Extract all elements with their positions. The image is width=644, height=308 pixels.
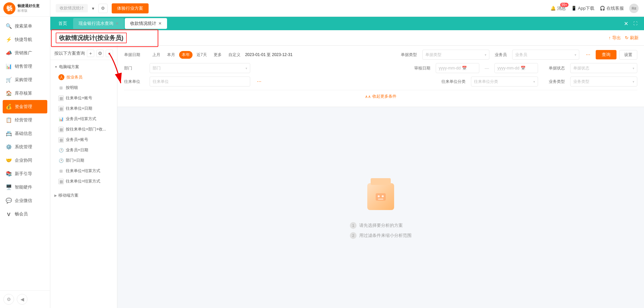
right-panel: 单据日期 上月 本月 本年 近7天 更多 自定义 2023-01-01 至 20… (117, 46, 644, 308)
biz-type-dropdown[interactable]: 业务类型 ▾ (570, 76, 637, 87)
app-download-btn[interactable]: 📱 App下载 (571, 5, 594, 11)
empty-box (367, 183, 394, 210)
trial-btn[interactable]: 体验行业方案 (112, 3, 149, 13)
table-icon-4: ▦ (58, 137, 64, 143)
doc-type-dropdown[interactable]: 单据类型 ▾ (422, 50, 489, 60)
chart-icon: 📊 (5, 63, 12, 70)
sidebar-item-enterprise[interactable]: 🤝 企业协同 (0, 154, 50, 167)
bell-icon: 🔔 (550, 6, 556, 11)
date-btn-custom[interactable]: 自定义 (226, 51, 243, 59)
scheme-item-partner-account[interactable]: ▦ 往来单位+账号 (50, 93, 117, 103)
maximize-window-btn[interactable]: ⛶ (632, 20, 639, 27)
svg-point-2 (382, 195, 384, 197)
sidebar-item-operations[interactable]: 📋 经营管理 (0, 113, 50, 127)
doc-status-dropdown[interactable]: 单据状态 ▾ (570, 63, 637, 73)
doc-status-arrow: ▾ (633, 66, 634, 70)
scheme-item-dept-date[interactable]: 🕐 部门+日期 (50, 155, 117, 166)
filter-settings-btn[interactable]: 设置 (619, 50, 637, 60)
date-btn-more[interactable]: 更多 (211, 51, 224, 59)
sidebar-item-sales[interactable]: 📊 销售管理 (0, 60, 50, 73)
collapse-bar[interactable]: ∧∧ 收起更多条件 (124, 90, 637, 103)
sidebar-item-search[interactable]: 🔍 搜索菜单 (0, 19, 50, 33)
mobile-group-title[interactable]: ▶ 移动端方案 (50, 191, 117, 200)
partner-more-btn[interactable]: ··· (257, 79, 261, 85)
sidebar-item-inventory[interactable]: 🏠 库存核算 (0, 87, 50, 100)
date-btn-this-year[interactable]: 本年 (179, 51, 193, 59)
sidebar-item-member[interactable]: V 畅会员 (0, 207, 50, 221)
partner-category-dropdown[interactable]: 往来单位分类 ▾ (471, 76, 538, 87)
window-btns: ✕ ⛶ (623, 20, 641, 27)
tab-bank-close[interactable]: ✕ (115, 21, 119, 26)
add-scheme-btn[interactable]: + (87, 50, 94, 57)
scheme-settings-btn[interactable]: ⚙ (96, 50, 104, 57)
partner-dropdown[interactable]: 往来单位 (150, 76, 250, 87)
online-service-btn[interactable]: 🎧 在线客服 (600, 5, 624, 11)
ops-icon: 📋 (5, 117, 12, 123)
headset-icon: 🎧 (600, 6, 605, 11)
refresh-btn[interactable]: ↻ 刷新 (625, 35, 639, 41)
header-left: 收款情况统计 ▾ ⚙ 体验行业方案 (56, 3, 149, 13)
biz-type-arrow: ▾ (633, 80, 634, 84)
header-gear-btn[interactable]: ⚙ (98, 4, 108, 13)
system-icon: ⚙️ (5, 144, 12, 150)
guide-icon: 📚 (5, 170, 12, 177)
sidebar-item-system[interactable]: ⚙️ 系统管理 (0, 140, 50, 154)
date-btn-7days[interactable]: 近7天 (194, 51, 210, 59)
phone-icon: 📱 (571, 6, 577, 11)
scheme-item-detail[interactable]: ⊞ 按明细 (50, 83, 117, 93)
member-icon: V (5, 211, 12, 217)
tab-receipts-close[interactable]: ✕ (158, 21, 162, 26)
sidebar-item-marketing[interactable]: 📣 营销推广 (0, 46, 50, 60)
scheme-item-partner-settle2[interactable]: ▦ 往来单位+结算方式 (50, 176, 117, 187)
tab-home[interactable]: 首页 (53, 18, 72, 29)
sidebar-item-wechat[interactable]: 💬 企业微信 (0, 194, 50, 207)
date-btn-last-month[interactable]: 上月 (150, 51, 163, 59)
empty-state: 1 请先选择要分析的方案 2 用过滤条件来缩小分析范围 (117, 107, 644, 308)
cart-icon: 🛒 (5, 76, 12, 83)
query-btn[interactable]: 查询 (596, 50, 616, 59)
collapse-sidebar-btn[interactable]: ◀ (17, 294, 28, 305)
scheme-item-partner-date[interactable]: ▦ 往来单位+日期 (50, 103, 117, 114)
settings-bottom-btn[interactable]: ⚙ (3, 294, 14, 305)
salesperson-dropdown[interactable]: 业务员 ▾ (512, 50, 579, 60)
partner-cat-arrow: ▾ (533, 80, 535, 84)
tab-bank[interactable]: 现金银行流水查询 ✕ (73, 18, 124, 29)
tab-receipts[interactable]: 收款情况统计 ✕ (125, 18, 167, 29)
scheme-item-sp-settle[interactable]: 📊 业务员+结算方式 (50, 114, 117, 124)
hardware-icon: 🖥️ (5, 184, 12, 191)
sidebar-item-guide[interactable]: 📚 新手引导 (0, 167, 50, 181)
empty-steps: 1 请先选择要分析的方案 2 用过滤条件来缩小分析范围 (350, 222, 412, 239)
enterprise-icon: 🤝 (5, 157, 12, 164)
page-actions: ↑ 导出 ↻ 刷新 (609, 35, 639, 41)
collapse-panel-btn[interactable]: « (106, 50, 113, 57)
scheme-item-partner-dept[interactable]: ▦ 按往来单位+部门+收... (50, 124, 117, 135)
export-btn[interactable]: ↑ 导出 (609, 35, 621, 41)
mobile-scheme-group: ▶ 移动端方案 (50, 189, 117, 202)
filter-actions: 查询 设置 (596, 50, 637, 60)
header-dropdown-btn[interactable]: ▾ (92, 6, 94, 11)
sidebar-item-finance[interactable]: 💰 资金管理 (3, 100, 47, 113)
bar-chart-icon: 📊 (58, 116, 64, 122)
review-date-from[interactable]: yyyy-mm-dd 📅 (436, 63, 479, 73)
dept-dropdown[interactable]: 部门 ▾ (150, 63, 250, 73)
review-date-to[interactable]: yyyy-mm-dd 📅 (494, 63, 538, 73)
scheme-item-sp-account[interactable]: ▦ 业务员+账号 (50, 135, 117, 145)
sidebar-item-basic[interactable]: 📇 基础信息 (0, 127, 50, 140)
scheme-item-partner-settle1[interactable]: ⊞ 往来单位+结算方式 (50, 166, 117, 176)
refresh-icon: ↻ (625, 35, 629, 40)
filter-section: 单据日期 上月 本月 本年 近7天 更多 自定义 2023-01-01 至 20… (117, 46, 644, 107)
sidebar-item-purchase[interactable]: 🛒 采购管理 (0, 73, 50, 87)
date-btn-this-month[interactable]: 本月 (164, 51, 178, 59)
message-btn[interactable]: 🔔 消息 99+ (550, 5, 566, 11)
date-quick-btns: 上月 本月 本年 近7天 更多 自定义 (150, 51, 243, 59)
sidebar-item-hardware[interactable]: 🖥️ 智能硬件 (0, 181, 50, 194)
desktop-group-title[interactable]: ▼ 电脑端方案 (50, 62, 117, 72)
close-window-btn[interactable]: ✕ (623, 20, 629, 27)
person-icon: 人 (58, 74, 64, 80)
scheme-item-salesperson[interactable]: 人 按业务员 (50, 72, 117, 83)
scheme-item-sp-date[interactable]: 🕐 业务员+日期 (50, 145, 117, 155)
sidebar-item-quicknav[interactable]: ⚡ 快捷导航 (0, 33, 50, 46)
salesperson-arrow: ▾ (575, 53, 576, 57)
more-dots-btn[interactable]: ··· (586, 52, 590, 58)
user-avatar[interactable]: Rit (629, 4, 639, 13)
